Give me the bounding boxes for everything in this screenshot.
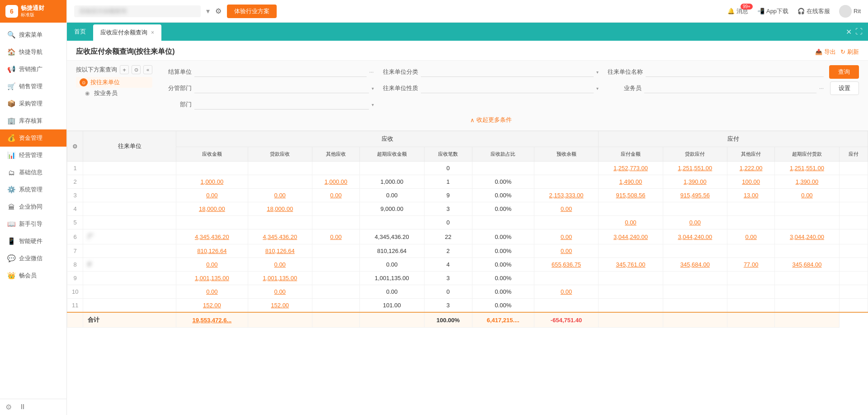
- sidebar-item-system[interactable]: ⚙️ 系统管理: [0, 181, 66, 198]
- row-pay-overdue[interactable]: [775, 285, 839, 299]
- row-rec-advance[interactable]: [534, 175, 598, 189]
- row-rec-amount[interactable]: [176, 216, 248, 229]
- add-filter-icon[interactable]: +: [120, 65, 129, 74]
- row-pay-loan[interactable]: [663, 244, 727, 258]
- row-pay-other[interactable]: 0.00: [727, 229, 775, 244]
- row-rec-overdue[interactable]: 4,345,436.20: [360, 229, 424, 244]
- option-by-partner[interactable]: ⊙ 按往来单位: [76, 77, 152, 88]
- row-rec-advance[interactable]: [534, 299, 598, 313]
- row-rec-overdue[interactable]: 0.00: [360, 189, 424, 202]
- row-pay-loan[interactable]: [663, 272, 727, 285]
- nav-dropdown-icon[interactable]: ▾: [206, 7, 210, 15]
- row-pay-other[interactable]: [727, 216, 775, 229]
- row-rec-other[interactable]: 0.00: [312, 189, 359, 202]
- row-rec-loan[interactable]: [248, 175, 312, 189]
- row-rec-other[interactable]: [312, 244, 359, 258]
- settings-bottom-icon[interactable]: ⚙: [5, 403, 12, 411]
- division-arrow[interactable]: ▾: [372, 86, 374, 91]
- row-pay-overdue[interactable]: [775, 272, 839, 285]
- maximize-icon[interactable]: ⛶: [855, 28, 863, 36]
- row-pay-loan[interactable]: [663, 299, 727, 313]
- row-pay-overdue[interactable]: 345,684.00: [775, 258, 839, 272]
- row-pay-other[interactable]: 100.00: [727, 175, 775, 189]
- settlement-unit-input[interactable]: [194, 67, 367, 77]
- row-pay-amount[interactable]: [599, 202, 663, 216]
- export-button[interactable]: 📤 导出: [815, 48, 836, 56]
- salesperson-ellipsis[interactable]: ···: [819, 85, 824, 91]
- row-rec-advance[interactable]: 0.00: [534, 202, 598, 216]
- row-pay-other[interactable]: [727, 202, 775, 216]
- row-rec-overdue[interactable]: 101.00: [360, 299, 424, 313]
- row-pay-overdue[interactable]: 3,044,240.00: [775, 229, 839, 244]
- row-pay-loan[interactable]: 1,390.00: [663, 175, 727, 189]
- row-pay-overdue[interactable]: [775, 299, 839, 313]
- row-pay-overdue[interactable]: 1,251,551.00: [775, 162, 839, 175]
- row-rec-amount[interactable]: 810,126.64: [176, 244, 248, 258]
- row-rec-other[interactable]: [312, 258, 359, 272]
- sidebar-item-hardware[interactable]: 📱 智能硬件: [0, 233, 66, 250]
- th-settings[interactable]: ⚙: [67, 131, 83, 162]
- sidebar-item-nav[interactable]: 🏠 快捷导航: [0, 43, 66, 61]
- row-rec-advance[interactable]: 655,636.75: [534, 258, 598, 272]
- collapse-conditions-btn[interactable]: ∧ 收起更多条件: [468, 114, 514, 126]
- row-rec-advance[interactable]: 0.00: [534, 244, 598, 258]
- row-rec-amount[interactable]: 0.00: [176, 189, 248, 202]
- row-rec-loan[interactable]: [248, 162, 312, 175]
- row-rec-overdue[interactable]: [360, 216, 424, 229]
- row-rec-other[interactable]: 0.00: [312, 229, 359, 244]
- row-pay-loan[interactable]: [663, 285, 727, 299]
- row-rec-loan[interactable]: 0.00: [248, 258, 312, 272]
- row-pay-overdue[interactable]: [775, 216, 839, 229]
- row-rec-amount[interactable]: 0.00: [176, 258, 248, 272]
- row-rec-amount[interactable]: 0.00: [176, 285, 248, 299]
- close-window-icon[interactable]: ✕: [846, 28, 852, 36]
- tab-close-icon[interactable]: ×: [151, 29, 154, 36]
- row-rec-advance[interactable]: 0.00: [534, 285, 598, 299]
- table-settings-icon[interactable]: ⚙: [72, 143, 78, 150]
- row-pay-other[interactable]: 13.00: [727, 189, 775, 202]
- app-download-button[interactable]: 📲 App下载: [757, 7, 788, 15]
- sidebar-item-enterprise[interactable]: 🏛 企业协同: [0, 198, 66, 215]
- row-pay-loan[interactable]: [663, 202, 727, 216]
- filter-settings-icon[interactable]: ⊙: [132, 65, 141, 74]
- row-rec-overdue[interactable]: 1,000.00: [360, 175, 424, 189]
- row-pay-amount[interactable]: 1,252,773.00: [599, 162, 663, 175]
- row-rec-other[interactable]: [312, 272, 359, 285]
- row-pay-loan[interactable]: 3,044,240.00: [663, 229, 727, 244]
- row-rec-advance[interactable]: [534, 272, 598, 285]
- settlement-unit-ellipsis[interactable]: ···: [369, 69, 374, 75]
- row-pay-amount[interactable]: 3,044,240.00: [599, 229, 663, 244]
- row-pay-other[interactable]: [727, 272, 775, 285]
- user-avatar-area[interactable]: Rit: [839, 5, 861, 18]
- online-service-button[interactable]: 🎧 在线客服: [797, 7, 830, 15]
- row-pay-amount[interactable]: [599, 244, 663, 258]
- row-rec-loan[interactable]: [248, 216, 312, 229]
- partner-name-input[interactable]: [646, 67, 824, 77]
- row-rec-other[interactable]: [312, 299, 359, 313]
- row-rec-loan[interactable]: 152.00: [248, 299, 312, 313]
- row-rec-overdue[interactable]: [360, 162, 424, 175]
- option-by-salesperson[interactable]: ◉ 按业务员: [76, 88, 152, 99]
- row-pay-amount[interactable]: [599, 272, 663, 285]
- collapse-icon[interactable]: ⏸: [19, 403, 26, 411]
- sidebar-item-sales[interactable]: 🛒 销售管理: [0, 78, 66, 95]
- row-rec-overdue[interactable]: 1,001,135.00: [360, 272, 424, 285]
- setting-button[interactable]: 设置: [830, 81, 859, 95]
- row-pay-overdue[interactable]: [775, 244, 839, 258]
- row-rec-amount[interactable]: 1,000.00: [176, 175, 248, 189]
- row-rec-overdue[interactable]: 810,126.64: [360, 244, 424, 258]
- row-pay-loan[interactable]: 915,495.56: [663, 189, 727, 202]
- row-rec-amount[interactable]: 18,000.00: [176, 202, 248, 216]
- row-rec-loan[interactable]: 1,001,135.00: [248, 272, 312, 285]
- row-pay-amount[interactable]: [599, 285, 663, 299]
- row-rec-loan[interactable]: 18,000.00: [248, 202, 312, 216]
- row-rec-other[interactable]: [312, 162, 359, 175]
- row-pay-amount[interactable]: 915,508.56: [599, 189, 663, 202]
- row-rec-amount[interactable]: 152.00: [176, 299, 248, 313]
- sidebar-item-inventory[interactable]: 🏢 库存核算: [0, 112, 66, 129]
- row-rec-advance[interactable]: [534, 162, 598, 175]
- data-table-container[interactable]: ⚙ 往来单位 应收 应付 应收金额 贷款应: [67, 131, 868, 415]
- row-pay-other[interactable]: [727, 244, 775, 258]
- row-pay-loan[interactable]: 1,251,551.00: [663, 162, 727, 175]
- row-rec-other[interactable]: [312, 202, 359, 216]
